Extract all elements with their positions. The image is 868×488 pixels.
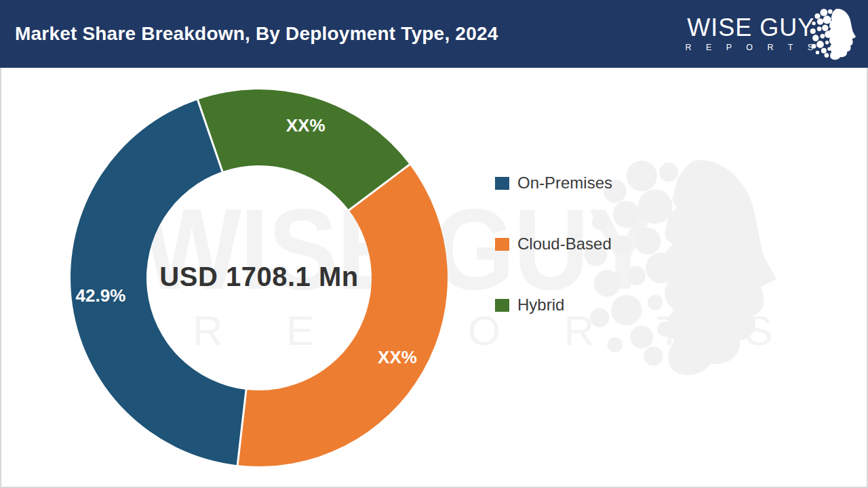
legend-item-on-premises: On-Premises [495, 169, 612, 197]
brand-logo: WISE GUY R E P O R T S [682, 6, 859, 62]
slice-label-hybrid: XX% [286, 115, 326, 136]
legend-label-cloud-based: Cloud-Based [517, 235, 612, 253]
brand-subtitle: R E P O R T S [682, 43, 819, 52]
chart-legend: On-Premises Cloud-Based Hybrid [495, 169, 612, 352]
watermark-head-icon [583, 149, 787, 383]
legend-swatch-on-premises [495, 177, 509, 190]
legend-swatch-cloud-based [495, 238, 509, 251]
page-title: Market Share Breakdown, By Deployment Ty… [15, 23, 498, 45]
brand-logo-text: WISE GUY R E P O R T S [682, 16, 819, 52]
report-page: Market Share Breakdown, By Deployment Ty… [0, 0, 868, 488]
legend-item-cloud-based: Cloud-Based [495, 230, 612, 258]
slice-label-on-premises: 42.9% [76, 285, 126, 306]
donut-slice-cloud-based [237, 165, 448, 466]
slice-label-cloud-based: XX% [378, 347, 417, 367]
header-bar: Market Share Breakdown, By Deployment Ty… [0, 0, 868, 68]
chart-area: WISE GUY R E P O R T S 42.9%XX%XX% USD 1… [0, 68, 868, 488]
legend-swatch-hybrid [495, 299, 509, 312]
legend-label-hybrid: Hybrid [517, 296, 564, 314]
chart-center-value: USD 1708.1 Mn [159, 262, 358, 292]
brand-name: WISE GUY [687, 16, 814, 40]
legend-item-hybrid: Hybrid [495, 291, 612, 319]
legend-label-on-premises: On-Premises [517, 174, 612, 192]
